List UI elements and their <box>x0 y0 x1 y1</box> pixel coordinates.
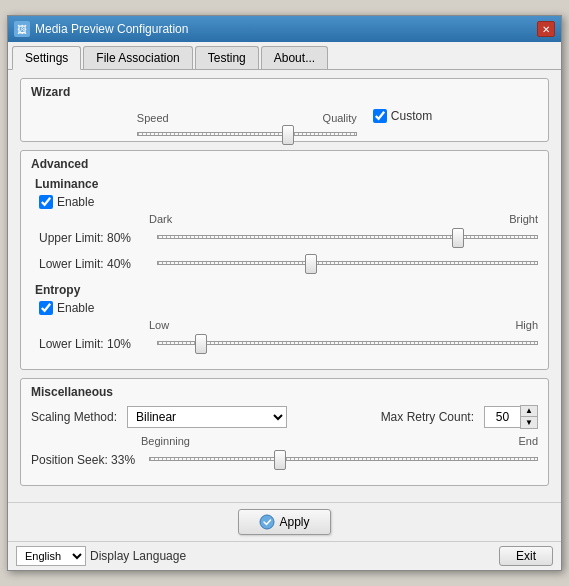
misc-title: Miscellaneous <box>31 385 538 399</box>
wizard-slider[interactable] <box>137 124 357 144</box>
title-bar: 🖼 Media Preview Configuration ✕ <box>8 16 561 42</box>
max-retry-label: Max Retry Count: <box>381 410 474 424</box>
wizard-slider-wrap: Speed Quality <box>137 112 357 124</box>
entropy-slider-container <box>157 333 538 355</box>
position-seek-row: Position Seek: 33% <box>31 449 538 471</box>
position-seek-slider[interactable] <box>149 449 538 469</box>
dark-label: Dark <box>149 213 172 225</box>
advanced-section: Advanced Luminance Enable Dark Bright Up… <box>20 150 549 370</box>
svg-point-0 <box>260 515 274 529</box>
misc-section: Miscellaneous Scaling Method: Bilinear B… <box>20 378 549 486</box>
entropy-section: Entropy Enable Low High Lower Limit: 10% <box>31 283 538 355</box>
entropy-enable-checkbox[interactable] <box>39 301 53 315</box>
language-select[interactable]: English <box>16 546 86 566</box>
language-selector-wrap: English Display Language <box>16 546 186 566</box>
luminance-enable-checkbox[interactable] <box>39 195 53 209</box>
window-title: Media Preview Configuration <box>35 22 188 36</box>
title-bar-left: 🖼 Media Preview Configuration <box>14 21 188 37</box>
scaling-method-label: Scaling Method: <box>31 410 117 424</box>
scaling-method-select[interactable]: Bilinear Bicubic Nearest Neighbor Lanczo… <box>127 406 287 428</box>
entropy-lower-label: Lower Limit: 10% <box>39 337 149 351</box>
custom-label: Custom <box>391 109 432 123</box>
custom-checkbox[interactable] <box>373 109 387 123</box>
position-seek-label: Position Seek: 33% <box>31 453 141 467</box>
entropy-lower-limit-row: Lower Limit: 10% <box>39 333 538 355</box>
apply-label: Apply <box>279 515 309 529</box>
upper-limit-row: Upper Limit: 80% <box>39 227 538 249</box>
tab-bar: Settings File Association Testing About.… <box>8 42 561 70</box>
exit-button[interactable]: Exit <box>499 546 553 566</box>
bright-label: Bright <box>509 213 538 225</box>
luminance-enable-row: Enable <box>39 195 538 209</box>
dark-bright-labels: Dark Bright <box>39 213 538 225</box>
main-window: 🖼 Media Preview Configuration ✕ Settings… <box>7 15 562 571</box>
entropy-controls: Enable Low High Lower Limit: 10% <box>39 301 538 355</box>
tab-settings[interactable]: Settings <box>12 46 81 70</box>
upper-limit-slider-container <box>157 227 538 249</box>
wizard-controls-row: Speed Quality Custom <box>31 105 538 131</box>
wizard-title: Wizard <box>31 85 538 99</box>
lower-limit-row: Lower Limit: 40% <box>39 253 538 275</box>
window-icon: 🖼 <box>14 21 30 37</box>
entropy-enable-row: Enable <box>39 301 538 315</box>
spinner-buttons: ▲ ▼ <box>520 405 538 429</box>
upper-limit-slider[interactable] <box>157 227 538 247</box>
begin-end-labels: Beginning End <box>31 435 538 447</box>
retry-spinner: ▲ ▼ <box>484 405 538 429</box>
low-label: Low <box>149 319 169 331</box>
custom-checkbox-row: Custom <box>373 109 432 123</box>
end-label: End <box>518 435 538 447</box>
apply-icon <box>259 514 275 530</box>
tab-testing[interactable]: Testing <box>195 46 259 69</box>
display-language-label: Display Language <box>90 549 186 563</box>
speed-label: Speed <box>137 112 169 124</box>
entropy-title: Entropy <box>35 283 538 297</box>
scaling-retry-row: Scaling Method: Bilinear Bicubic Nearest… <box>31 405 538 429</box>
upper-limit-label: Upper Limit: 80% <box>39 231 149 245</box>
luminance-title: Luminance <box>35 177 538 191</box>
luminance-enable-label: Enable <box>57 195 94 209</box>
position-seek-slider-container <box>149 449 538 471</box>
wizard-section: Wizard Speed Quality Custom <box>20 78 549 142</box>
tab-file-association[interactable]: File Association <box>83 46 192 69</box>
quality-label: Quality <box>323 112 357 124</box>
spin-down-button[interactable]: ▼ <box>521 417 537 428</box>
lower-limit-slider-container <box>157 253 538 275</box>
status-bar: English Display Language Exit <box>8 541 561 570</box>
lower-limit-slider[interactable] <box>157 253 538 273</box>
beginning-label: Beginning <box>141 435 190 447</box>
entropy-slider[interactable] <box>157 333 538 353</box>
luminance-controls: Enable Dark Bright Upper Limit: 80% Lowe… <box>39 195 538 275</box>
low-high-labels: Low High <box>39 319 538 331</box>
high-label: High <box>515 319 538 331</box>
advanced-title: Advanced <box>31 157 538 171</box>
entropy-enable-label: Enable <box>57 301 94 315</box>
main-content: Wizard Speed Quality Custom <box>8 70 561 502</box>
close-button[interactable]: ✕ <box>537 21 555 37</box>
retry-count-input[interactable] <box>484 406 520 428</box>
spin-up-button[interactable]: ▲ <box>521 406 537 417</box>
apply-button[interactable]: Apply <box>238 509 330 535</box>
apply-footer: Apply <box>8 502 561 541</box>
lower-limit-label: Lower Limit: 40% <box>39 257 149 271</box>
tab-about[interactable]: About... <box>261 46 328 69</box>
wizard-slider-labels: Speed Quality <box>137 112 357 124</box>
